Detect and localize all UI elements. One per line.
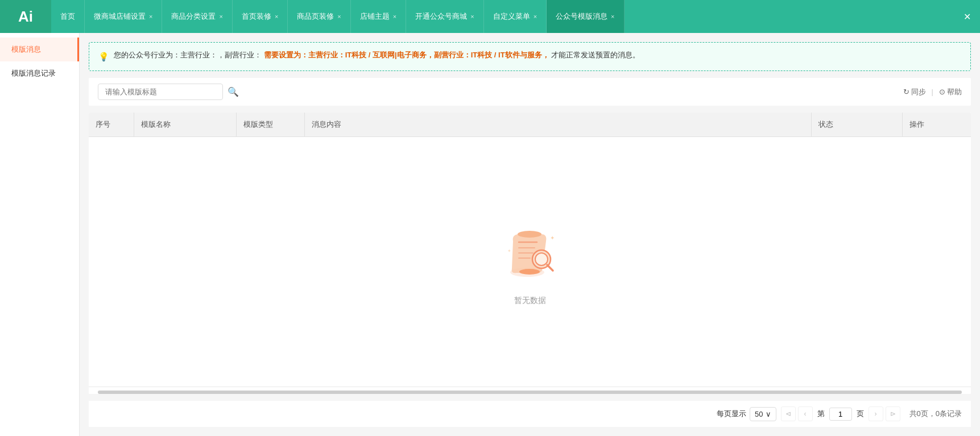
empty-illustration: ✦ ✦ — [496, 218, 564, 286]
nav-tab-7[interactable]: 自定义菜单× — [484, 0, 547, 33]
svg-text:✦: ✦ — [550, 235, 555, 241]
svg-point-2 — [519, 269, 540, 275]
divider: | — [932, 88, 933, 96]
svg-point-8 — [535, 253, 548, 265]
first-page-button[interactable]: ⊲ — [781, 406, 796, 421]
sidebar-item-template-msg[interactable]: 模版消息 — [0, 38, 79, 61]
pagination: 每页显示 50 ∨ ⊲ ‹ 第 页 › ⊳ 共0页，0条记录 — [89, 401, 971, 427]
page-unit: 页 — [857, 409, 864, 419]
tab-close-icon[interactable]: × — [611, 13, 614, 20]
nav-tabs: 首页微商城店铺设置×商品分类设置×首页装修×商品页装修×店铺主题×开通公众号商城… — [51, 0, 954, 33]
tab-close-icon[interactable]: × — [534, 13, 537, 20]
search-input[interactable] — [98, 84, 223, 100]
bulb-icon: 💡 — [98, 50, 109, 64]
nav-tab-0[interactable]: 首页 — [51, 0, 85, 33]
chevron-down-icon: ∨ — [766, 410, 771, 418]
notice-text: 您的公众号行业为：主营行业：，副营行业： 需要设置为：主营行业：IT科技 / 互… — [114, 49, 640, 61]
nav-tab-3[interactable]: 首页装修× — [233, 0, 288, 33]
tab-close-icon[interactable]: × — [393, 13, 396, 20]
close-all-button[interactable]: ✕ — [954, 11, 980, 22]
sidebar-item-template-msg-record[interactable]: 模版消息记录 — [0, 61, 79, 85]
page-size-label: 每页显示 — [717, 409, 746, 419]
nav-tab-6[interactable]: 开通公众号商城× — [406, 0, 483, 33]
nav-tab-8[interactable]: 公众号模版消息× — [547, 0, 624, 33]
sync-button[interactable]: ↻ 同步 — [903, 87, 926, 97]
tab-close-icon[interactable]: × — [219, 13, 222, 20]
empty-text: 暂无数据 — [514, 296, 546, 306]
horizontal-scrollbar[interactable] — [89, 387, 971, 394]
content-area: 💡 您的公众号行业为：主营行业：，副营行业： 需要设置为：主营行业：IT科技 /… — [80, 33, 980, 436]
search-button[interactable]: 🔍 — [228, 86, 239, 97]
col-status: 状态 — [812, 113, 903, 136]
tab-close-icon[interactable]: × — [149, 13, 152, 20]
col-action: 操作 — [903, 113, 971, 136]
next-page-button[interactable]: › — [869, 406, 883, 421]
empty-state: ✦ ✦ 暂无数据 — [89, 137, 971, 387]
col-index: 序号 — [89, 113, 134, 136]
nav-tab-1[interactable]: 微商城店铺设置× — [85, 0, 162, 33]
search-left: 🔍 — [98, 84, 239, 100]
nav-tab-label: 公众号模版消息 — [556, 11, 607, 22]
page-nav: ⊲ ‹ 第 页 › ⊳ — [781, 406, 900, 421]
table-header: 序号 模版名称 模版类型 消息内容 状态 操作 — [89, 113, 971, 137]
col-name: 模版名称 — [134, 113, 237, 136]
tab-close-icon[interactable]: × — [337, 13, 341, 20]
tab-close-icon[interactable]: × — [275, 13, 278, 20]
help-icon: ⊙ — [939, 88, 945, 96]
tab-close-icon[interactable]: × — [470, 13, 474, 20]
page-size-value: 50 — [755, 410, 763, 418]
last-page-button[interactable]: ⊳ — [886, 406, 900, 421]
notice-box: 💡 您的公众号行业为：主营行业：，副营行业： 需要设置为：主营行业：IT科技 /… — [89, 42, 971, 71]
nav-tab-label: 商品页装修 — [297, 11, 334, 22]
search-bar: 🔍 ↻ 同步 | ⊙ 帮助 — [89, 78, 971, 106]
svg-point-1 — [518, 231, 541, 238]
nav-tab-label: 首页装修 — [242, 11, 271, 22]
nav-tab-label: 店铺主题 — [360, 11, 390, 22]
main-layout: 模版消息 模版消息记录 💡 您的公众号行业为：主营行业：，副营行业： 需要设置为… — [0, 33, 980, 436]
help-button[interactable]: ⊙ 帮助 — [939, 87, 962, 97]
col-type: 模版类型 — [237, 113, 305, 136]
page-size-dropdown[interactable]: 50 ∨ — [750, 407, 776, 421]
page-size-select: 每页显示 50 ∨ — [717, 407, 776, 421]
page-label: 第 — [817, 409, 825, 419]
nav-tab-label: 首页 — [60, 11, 75, 22]
prev-page-button[interactable]: ‹ — [798, 406, 813, 421]
nav-tab-label: 商品分类设置 — [171, 11, 216, 22]
nav-tab-label: 开通公众号商城 — [415, 11, 467, 22]
scrollbar-thumb[interactable] — [98, 391, 962, 394]
top-nav: Ai 首页微商城店铺设置×商品分类设置×首页装修×商品页装修×店铺主题×开通公众… — [0, 0, 980, 33]
svg-line-9 — [547, 265, 553, 271]
table-container: 序号 模版名称 模版类型 消息内容 状态 操作 — [89, 113, 971, 394]
nav-tab-label: 自定义菜单 — [493, 11, 530, 22]
search-right: ↻ 同步 | ⊙ 帮助 — [903, 87, 962, 97]
nav-tab-2[interactable]: 商品分类设置× — [162, 0, 232, 33]
nav-tab-label: 微商城店铺设置 — [94, 11, 146, 22]
sync-icon: ↻ — [903, 88, 909, 96]
nav-tab-5[interactable]: 店铺主题× — [351, 0, 406, 33]
app-logo: Ai — [0, 0, 51, 33]
sidebar: 模版消息 模版消息记录 — [0, 33, 80, 436]
svg-text:✦: ✦ — [507, 248, 511, 254]
col-content: 消息内容 — [305, 113, 812, 136]
total-info: 共0页，0条记录 — [909, 409, 962, 419]
current-page-input[interactable] — [829, 408, 852, 421]
nav-tab-4[interactable]: 商品页装修× — [288, 0, 350, 33]
